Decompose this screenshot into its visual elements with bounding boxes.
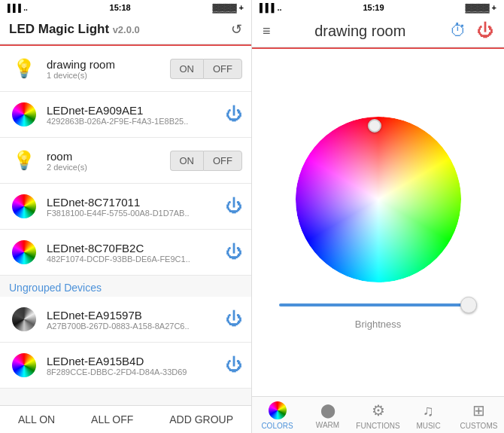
tab-customs[interactable]: ⊞ CUSTOMS: [454, 401, 504, 430]
color-wheel-icon: [12, 307, 36, 331]
device-sub: 8F289CCE-DBBC-2FD4-D84A-33D69: [47, 367, 220, 377]
right-header: ≡ drawing room ⏱ ⏻: [252, 15, 504, 47]
ungrouped-section-header: Ungrouped Devices: [0, 276, 251, 297]
device-info: LEDnet-8C717011 F3818100-E44F-5755-00A8-…: [47, 196, 220, 218]
device-sub: F3818100-E44F-5755-00A8-D1D7AB..: [47, 209, 220, 218]
functions-icon: ⚙: [372, 401, 385, 419]
color-icon-wrap: [9, 191, 39, 221]
tab-colors[interactable]: COLORS: [252, 401, 302, 430]
tab-functions-label: FUNCTIONS: [356, 422, 399, 430]
device-list: 💡 drawing room 1 device(s) ON OFF LEDnet…: [0, 46, 251, 405]
right-signal-icon: ▌▌▌..: [260, 3, 282, 12]
device-name: LEDnet-EA91597B: [47, 309, 220, 322]
tab-customs-label: CUSTOMS: [460, 422, 498, 430]
off-button[interactable]: OFF: [203, 151, 242, 171]
app-title: LED Magic Light v2.0.0: [9, 22, 140, 37]
warm-icon: ⬤: [320, 402, 335, 419]
brightness-thumb[interactable]: [460, 297, 477, 313]
brightness-track: [279, 303, 477, 306]
right-status-bar: ▌▌▌.. 15:19 ▓▓▓▓ +: [252, 0, 504, 15]
device-info: drawing room 1 device(s): [47, 58, 170, 80]
bottom-bar: ALL ON ALL OFF ADD GROUP: [0, 405, 251, 433]
color-icon-wrap: [9, 237, 39, 267]
device-sub: A27B700B-267D-0883-A158-8A27C6..: [47, 322, 220, 331]
left-battery-icon: ▓▓▓▓ +: [212, 3, 244, 12]
color-wheel-icon: [12, 102, 36, 127]
device-sub: 4292863B-026A-2F9E-F4A3-1E8B25..: [47, 117, 220, 126]
tab-music[interactable]: ♫ MUSIC: [403, 401, 454, 430]
power-button[interactable]: ⏻: [226, 355, 242, 375]
tab-functions[interactable]: ⚙ FUNCTIONS: [353, 401, 403, 430]
colors-icon: [269, 401, 287, 419]
power-button[interactable]: ⏻: [226, 197, 242, 216]
color-picker-handle[interactable]: [368, 119, 381, 133]
power-button[interactable]: ⏻: [226, 242, 242, 262]
on-off-buttons: ON OFF: [170, 151, 243, 171]
list-item: LEDnet-8C70FB2C 482F1074-DCDF-93BB-DE6A-…: [0, 230, 251, 276]
device-info: LEDnet-EA91597B A27B700B-267D-0883-A158-…: [47, 309, 220, 331]
device-name: LEDnet-8C717011: [47, 196, 220, 209]
on-button[interactable]: ON: [170, 59, 204, 79]
bulb-icon-wrap: 💡: [9, 145, 39, 175]
color-icon-wrap: [9, 99, 39, 130]
device-sub: 2 device(s): [47, 163, 170, 172]
on-button[interactable]: ON: [170, 151, 204, 171]
power-button[interactable]: ⏻: [226, 105, 242, 124]
music-icon: ♫: [423, 402, 434, 419]
tab-warm-label: WARM: [316, 421, 339, 429]
device-name: LEDnet-8C70FB2C: [47, 242, 220, 255]
device-info: LEDnet-EA909AE1 4292863B-026A-2F9E-F4A3-…: [47, 104, 220, 126]
on-off-buttons: ON OFF: [170, 59, 243, 79]
list-item: LEDnet-EA91597B A27B700B-267D-0883-A158-…: [0, 297, 251, 343]
list-item: LEDnet-EA915B4D 8F289CCE-DBBC-2FD4-D84A-…: [0, 343, 251, 389]
svg-point-0: [296, 117, 461, 282]
list-item: 💡 drawing room 1 device(s) ON OFF: [0, 46, 251, 92]
right-time: 15:19: [363, 3, 384, 12]
refresh-icon[interactable]: ↺: [231, 21, 242, 38]
power-header-icon[interactable]: ⏻: [477, 21, 493, 41]
left-time: 15:18: [110, 3, 131, 12]
list-item: LEDnet-8C717011 F3818100-E44F-5755-00A8-…: [0, 184, 251, 230]
color-wheel-container[interactable]: [296, 117, 461, 282]
power-button[interactable]: ⏻: [226, 310, 242, 329]
add-group-button[interactable]: ADD GROUP: [169, 413, 233, 425]
brightness-label: Brightness: [355, 319, 401, 330]
color-wheel-icon: [12, 353, 36, 377]
list-item: 💡 room 2 device(s) ON OFF: [0, 138, 251, 184]
tab-colors-label: COLORS: [261, 422, 293, 430]
device-name: LEDnet-EA915B4D: [47, 355, 220, 367]
customs-icon: ⊞: [472, 401, 485, 419]
off-button[interactable]: OFF: [203, 59, 242, 79]
bulb-icon: 💡: [13, 150, 35, 171]
all-on-button[interactable]: ALL ON: [18, 413, 55, 425]
right-battery-icon: ▓▓▓▓ +: [465, 3, 496, 12]
device-info: LEDnet-EA915B4D 8F289CCE-DBBC-2FD4-D84A-…: [47, 355, 220, 377]
tab-bar: COLORS ⬤ WARM ⚙ FUNCTIONS ♫ MUSIC ⊞ CUST…: [252, 396, 504, 433]
bulb-icon: 💡: [13, 58, 35, 79]
device-name: LEDnet-EA909AE1: [47, 104, 220, 117]
left-panel: ▌▌▌.. 15:18 ▓▓▓▓ + LED Magic Light v2.0.…: [0, 0, 252, 433]
device-name: drawing room: [47, 58, 170, 71]
brightness-section: Brightness: [267, 297, 489, 336]
hamburger-icon[interactable]: ≡: [263, 23, 271, 39]
color-icon-wrap: [9, 350, 39, 380]
device-info: room 2 device(s): [47, 150, 170, 172]
brightness-slider-wrap[interactable]: [279, 297, 477, 313]
timer-icon[interactable]: ⏱: [450, 21, 466, 41]
color-wheel-icon: [12, 194, 36, 218]
all-off-button[interactable]: ALL OFF: [91, 413, 133, 425]
tab-warm[interactable]: ⬤ WARM: [302, 401, 353, 430]
left-signal-icon: ▌▌▌..: [8, 4, 28, 12]
device-info: LEDnet-8C70FB2C 482F1074-DCDF-93BB-DE6A-…: [47, 242, 220, 264]
header-icons: ⏱ ⏻: [450, 21, 493, 41]
color-wheel-icon: [12, 240, 36, 264]
color-wheel[interactable]: [296, 117, 461, 282]
color-wheel-section: Brightness: [252, 49, 504, 396]
device-name: room: [47, 150, 170, 163]
app-header: LED Magic Light v2.0.0 ↺: [0, 15, 251, 44]
left-status-bar: ▌▌▌.. 15:18 ▓▓▓▓ +: [0, 0, 251, 15]
device-sub: 1 device(s): [47, 71, 170, 80]
bulb-icon-wrap: 💡: [9, 53, 39, 84]
tab-music-label: MUSIC: [416, 422, 440, 430]
color-icon-wrap: [9, 304, 39, 334]
